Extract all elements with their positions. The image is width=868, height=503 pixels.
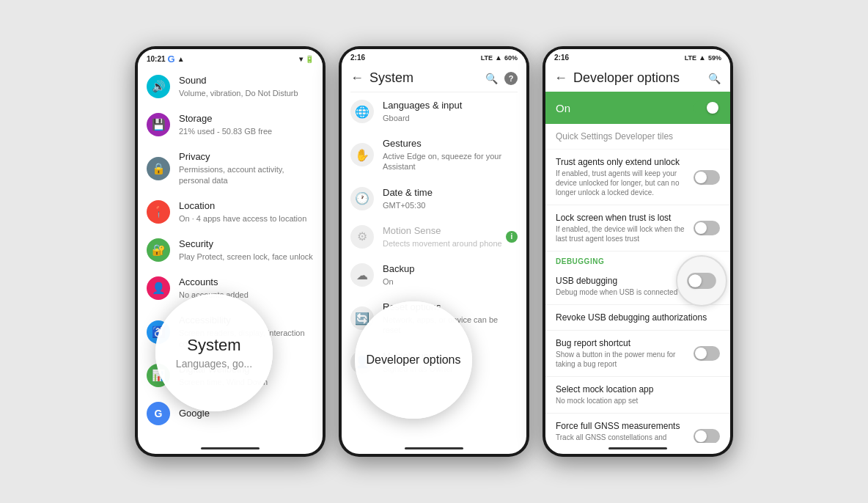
system-item-reset[interactable]: 🔄 Reset options Network, apps, or device… (342, 294, 526, 342)
dev-item-usb-debugging[interactable]: USB debugging Debug mode when USB is con… (545, 268, 730, 305)
list-item-accounts[interactable]: 👤 Accounts No accounts added (138, 269, 323, 307)
privacy-title: Privacy (179, 151, 314, 164)
toolbar-icons-3: 🔍 (707, 71, 721, 86)
storage-subtitle: 21% used - 50.83 GB free (179, 126, 314, 136)
battery-icon-2: 60% (504, 54, 518, 62)
google-text: Google (179, 408, 314, 420)
list-item-sound[interactable]: 🔊 Sound Volume, vibration, Do Not Distur… (138, 67, 323, 106)
digital-wellbeing-title: Digital Wellbeing (179, 364, 314, 376)
signal-icon-1: ▲ (177, 55, 185, 63)
users-subtitle: Signed in as Owner (383, 364, 518, 374)
search-icon-2[interactable]: 🔍 (484, 71, 499, 86)
dev-item-trust-agents[interactable]: Trust agents only extend unlock If enabl… (545, 150, 730, 205)
list-item-google[interactable]: G Google (138, 394, 323, 433)
motion-text: Motion Sense Detects movement around pho… (383, 225, 506, 249)
wifi-icon-1: ▾ (299, 55, 303, 63)
dev-on-toggle[interactable] (694, 100, 720, 115)
lock-screen-subtitle: If enabled, the device will lock when th… (556, 224, 688, 243)
mock-location-text: Select mock location app No mock locatio… (556, 384, 714, 405)
security-subtitle: Play Protect, screen lock, face unlock (179, 252, 314, 262)
list-item-privacy[interactable]: 🔒 Privacy Permissions, account activity,… (138, 144, 323, 192)
phone-1-settings-list: 🔊 Sound Volume, vibration, Do Not Distur… (138, 67, 323, 443)
languages-icon: 🌐 (350, 100, 374, 123)
dev-item-revoke-usb[interactable]: Revoke USB debugging authorizations (545, 305, 730, 331)
sound-text: Sound Volume, vibration, Do Not Disturb (179, 75, 314, 98)
motion-title: Motion Sense (383, 225, 506, 238)
dev-item-lock-screen[interactable]: Lock screen when trust is lost If enable… (545, 205, 730, 252)
gnss-title: Force full GNSS measurements (556, 421, 688, 431)
system-item-languages[interactable]: 🌐 Languages & input Gboard (342, 92, 526, 131)
accessibility-subtitle: Screen readers, display, interaction con… (179, 328, 314, 349)
digital-wellbeing-subtitle: Screen time, Wind Down (179, 377, 314, 387)
usb-toggle-thumb (688, 274, 702, 287)
back-button-2[interactable]: ← (350, 70, 364, 86)
signal-icon-3: ▲ (699, 54, 706, 62)
list-item-security[interactable]: 🔐 Security Play Protect, screen lock, fa… (138, 231, 323, 269)
phone-1-status-bar: 10:21 G ▲ ▾ 🔋 (138, 49, 323, 67)
phone-1: 10:21 G ▲ ▾ 🔋 🔊 Sound Volume, vibration,… (135, 46, 326, 457)
location-icon: 📍 (147, 200, 170, 224)
toggle-thumb-on (707, 102, 718, 114)
system-item-motion[interactable]: ⚙ Motion Sense Detects movement around p… (342, 218, 526, 256)
reset-text: Reset options Network, apps, or device c… (383, 301, 518, 335)
list-item-accessibility[interactable]: ♿ Accessibility Screen readers, display,… (138, 307, 323, 356)
phone-2-home-indicator (405, 447, 463, 449)
system-item-datetime[interactable]: 🕐 Date & time GMT+05:30 (342, 180, 526, 218)
backup-text: Backup On (383, 263, 518, 287)
datetime-icon: 🕐 (350, 187, 374, 210)
help-icon-2[interactable]: ? (504, 72, 518, 85)
trust-agents-toggle-thumb (695, 172, 707, 183)
bug-report-subtitle: Show a button in the power menu for taki… (556, 350, 688, 369)
phone-1-screen: 10:21 G ▲ ▾ 🔋 🔊 Sound Volume, vibration,… (138, 49, 323, 454)
storage-title: Storage (179, 113, 314, 125)
motion-subtitle: Detects movement around phone (383, 238, 506, 249)
users-title: Multiple users (383, 350, 518, 363)
system-item-gestures[interactable]: ✋ Gestures Active Edge on, squeeze for y… (342, 131, 526, 179)
dev-item-bug-report[interactable]: Bug report shortcut Show a button in the… (545, 331, 730, 377)
status-left-2: 2:16 (350, 54, 365, 62)
google-icon-1: G (168, 54, 175, 65)
system-item-backup[interactable]: ☁ Backup On (342, 256, 526, 294)
mock-location-title: Select mock location app (556, 384, 714, 394)
sound-subtitle: Volume, vibration, Do Not Disturb (179, 88, 314, 98)
trust-agents-text: Trust agents only extend unlock If enabl… (556, 157, 688, 197)
status-right-2: LTE ▲ 60% (481, 54, 518, 62)
phone-2-title: System (369, 70, 484, 86)
dev-item-gnss[interactable]: Force full GNSS measurements Track all G… (545, 414, 730, 443)
gnss-text: Force full GNSS measurements Track all G… (556, 421, 688, 443)
bug-report-toggle[interactable] (694, 346, 720, 361)
privacy-subtitle: Permissions, account activity, personal … (179, 164, 314, 186)
phone-3-toolbar: ← Developer options 🔍 (545, 65, 730, 92)
back-button-3[interactable]: ← (554, 70, 567, 86)
system-item-users[interactable]: 👤 Multiple users Signed in as Owner (342, 343, 526, 381)
list-item-storage[interactable]: 💾 Storage 21% used - 50.83 GB free (138, 106, 323, 144)
lock-screen-text: Lock screen when trust is lost If enable… (556, 213, 688, 243)
gnss-toggle[interactable] (694, 429, 720, 443)
security-title: Security (179, 238, 314, 251)
dev-item-mock-location[interactable]: Select mock location app No mock locatio… (545, 377, 730, 414)
dev-on-label: On (556, 102, 570, 114)
lock-screen-toggle-thumb (695, 222, 707, 234)
sound-title: Sound (179, 75, 314, 87)
battery-icon-3: 59% (708, 54, 721, 62)
list-item-digital-wellbeing[interactable]: 📊 Digital Wellbeing Screen time, Wind Do… (138, 356, 323, 394)
toolbar-icons-2: 🔍 ? (484, 71, 518, 86)
time-3: 2:16 (554, 54, 569, 62)
usb-debugging-toggle[interactable] (687, 273, 716, 289)
search-icon-3[interactable]: 🔍 (707, 71, 721, 86)
datetime-subtitle: GMT+05:30 (383, 200, 518, 210)
gnss-subtitle: Track all GNSS constellations and freque… (556, 433, 688, 443)
lock-screen-toggle[interactable] (694, 221, 720, 235)
gestures-text: Gestures Active Edge on, squeeze for you… (383, 138, 518, 172)
trust-agents-toggle[interactable] (694, 170, 720, 185)
reset-subtitle: Network, apps, or device can be reset (383, 315, 518, 336)
list-item-location[interactable]: 📍 Location On · 4 apps have access to lo… (138, 193, 323, 231)
dev-item-quick-settings[interactable]: Quick Settings Developer tiles (545, 124, 730, 150)
quick-settings-text: Quick Settings Developer tiles (556, 131, 714, 142)
privacy-icon: 🔒 (147, 157, 170, 180)
lock-screen-title: Lock screen when trust is lost (556, 213, 688, 223)
battery-icon-1: 🔋 (305, 55, 314, 63)
usb-debugging-big-toggle-circle[interactable] (676, 255, 727, 306)
accessibility-title: Accessibility (179, 315, 314, 327)
time-1: 10:21 (147, 55, 166, 63)
